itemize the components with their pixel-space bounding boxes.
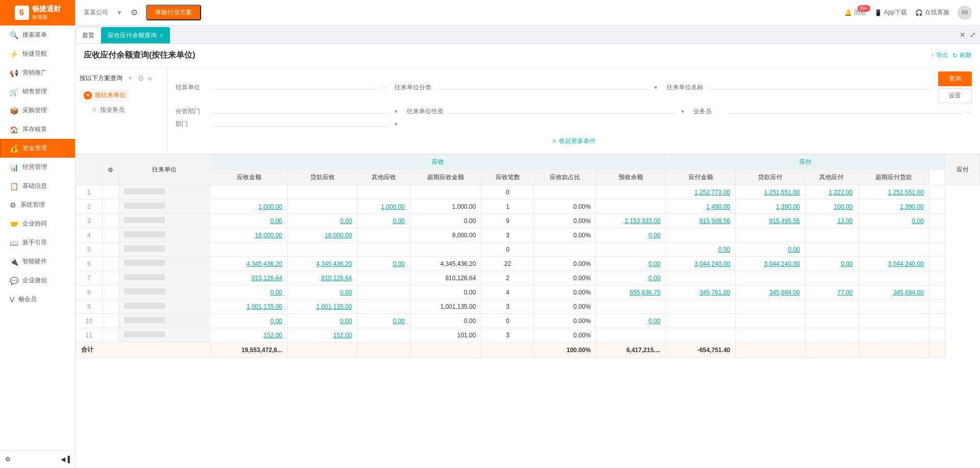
filter-collapse-button[interactable]: ∧ 收起更多条件 (176, 133, 972, 150)
company-name (118, 185, 210, 200)
row-num: 1 (76, 185, 103, 200)
sidebar-item-智能硬件[interactable]: 🔌智能硬件 (0, 252, 75, 271)
sidebar-item-采购管理[interactable]: 📦采购管理 (0, 101, 75, 120)
row-num: 7 (76, 271, 103, 285)
company-name (118, 257, 210, 271)
online-service-button[interactable]: 🎧 在线客服 (915, 8, 949, 17)
company-name (118, 271, 210, 285)
row-num: 3 (76, 214, 103, 228)
row-settings (102, 185, 118, 200)
maximize-icon[interactable]: ⤢ (970, 31, 976, 39)
sidebar-icon: 🤝 (10, 220, 18, 228)
tab-home[interactable]: 首页 (76, 27, 101, 43)
sidebar-icon: 📋 (10, 182, 18, 190)
filter-option-icon[interactable]: ⊙ (138, 74, 144, 82)
sidebar-item-资金管理[interactable]: 💰资金管理 (0, 139, 75, 158)
sidebar-label: 资金管理 (22, 144, 47, 153)
sidebar-item-系统管理[interactable]: ⚙系统管理 (0, 195, 75, 214)
sidebar-item-新手引导[interactable]: 📖新手引导 (0, 233, 75, 252)
table-row: 5 0 0.00 0.00 (76, 242, 980, 257)
total-overdue-receivable (410, 342, 481, 358)
sidebar-label: 营销推广 (22, 68, 47, 77)
data-table: ⚙ 往来单位 应收 应付 应付 应收金额 贷款应收 其他应收 超期应收金额 应收… (76, 154, 980, 358)
table-row: 4 18,000.00 18,000.00 9,000.00 3 0.00% 0… (76, 228, 980, 242)
app-download-button[interactable]: 📱 App下载 (874, 8, 907, 17)
collapse-filter-icon[interactable]: « (148, 74, 152, 82)
sidebar-item-营销推广[interactable]: 📢营销推广 (0, 63, 75, 82)
partner-category-input[interactable] (435, 85, 649, 90)
tab-receivables[interactable]: 应收应付余额查询 × (101, 27, 170, 43)
filter-by-company[interactable]: ❃ 按往来单位 (80, 89, 130, 102)
division-input[interactable] (210, 122, 389, 127)
filter-partner-nature: 往来单位性质 ▼ (407, 107, 685, 116)
row-settings (102, 328, 118, 342)
page-actions: ↑ 导出 ↻ 刷新 (931, 51, 972, 60)
sidebar-item-库存核算[interactable]: 🏠库存核算 (0, 120, 75, 139)
sidebar-item-企业微信[interactable]: 💬企业微信 (0, 271, 75, 290)
user-avatar[interactable]: Rit (958, 6, 972, 20)
total-receivable-count (481, 342, 534, 358)
sidebar-label: 采购管理 (22, 106, 47, 115)
th-receivable-ratio: 应收款占比 (534, 170, 596, 185)
company-selector[interactable]: 某某公司 (84, 8, 108, 17)
refresh-button[interactable]: ↻ 刷新 (952, 51, 972, 60)
sidebar-item-搜索菜单[interactable]: 🔍搜索菜单 (0, 26, 75, 44)
partner-nature-arrow[interactable]: ▼ (680, 109, 685, 114)
sidebar-item-销售管理[interactable]: 🛒销售管理 (0, 82, 75, 101)
top-header: 某某公司 ▼ ⚙ 体验行业方案 🔔 消息 99+ 📱 App下载 🎧 在线客服 … (76, 0, 980, 26)
header-settings-icon[interactable]: ⚙ (131, 8, 138, 17)
settlement-unit-input[interactable] (210, 85, 377, 90)
filter-by-salesperson[interactable]: ⏱ 按业务员 (88, 104, 163, 116)
sidebar-label: 新手引导 (22, 238, 47, 247)
row-num: 6 (76, 257, 103, 271)
page-header: 应收应付余额查询(按往来单位) ↑ 导出 ↻ 刷新 (76, 44, 980, 67)
sidebar-item-企业协同[interactable]: 🤝企业协同 (0, 214, 75, 233)
collapse-icon[interactable]: ◀▐ (61, 456, 70, 463)
th-company: 往来单位 (118, 155, 210, 185)
sidebar-label: 畅会员 (18, 295, 37, 304)
settings-button[interactable]: 设置 (938, 88, 972, 103)
filter-company-label: 按往来单位 (95, 91, 126, 100)
company-dropdown-icon[interactable]: ▼ (116, 9, 122, 16)
sidebar-item-快捷导航[interactable]: ⚡快捷导航 (0, 44, 75, 63)
filter-form: 结算单位 ··· 往来单位分类 ▼ 往来单位名称 查询 设置 (167, 67, 980, 154)
division-label: 部门 (176, 120, 206, 129)
settlement-unit-dots[interactable]: ··· (381, 84, 386, 91)
salesperson-input[interactable] (728, 109, 963, 114)
settings-icon[interactable]: ⚙ (5, 456, 11, 463)
sidebar-label: 基础信息 (22, 182, 47, 190)
table-row: 10 0.00 0.00 0.00 0.00 0 0.00% 0.00 (76, 314, 980, 328)
th-no (76, 155, 103, 185)
partner-category-arrow[interactable]: ▼ (653, 85, 658, 90)
partner-nature-input[interactable] (448, 109, 676, 114)
table-group-header: ⚙ 往来单位 应收 应付 应付 (76, 155, 980, 170)
close-window-icon[interactable]: ✕ (960, 31, 966, 39)
th-other-receivable: 其他应收 (357, 170, 410, 185)
filter-header: 按以下方案查询 ＋ ⊙ « (80, 73, 163, 83)
salesperson-dots[interactable]: ··· (967, 108, 972, 115)
filter-row-3: 部门 ▼ (176, 120, 972, 129)
th-loan-receivable: 贷款应收 (288, 170, 358, 185)
row-settings (102, 300, 118, 314)
promo-button[interactable]: 体验行业方案 (146, 5, 201, 20)
table-row: 8 0.00 0.00 0.00 4 0.00% 655,636.75 345,… (76, 285, 980, 300)
online-service-label: 在线客服 (925, 8, 949, 17)
export-button[interactable]: ↑ 导出 (931, 51, 948, 60)
sidebar-item-基础信息[interactable]: 📋基础信息 (0, 177, 75, 195)
tab-close-icon[interactable]: × (160, 32, 163, 39)
messages-button[interactable]: 🔔 消息 99+ (844, 8, 866, 17)
company-name (118, 228, 210, 242)
filter-salesperson: 业务员 ··· (693, 107, 972, 116)
dept-arrow[interactable]: ▼ (394, 109, 399, 114)
dept-input[interactable] (210, 109, 389, 114)
query-button[interactable]: 查询 (938, 71, 972, 86)
row-settings (102, 200, 118, 214)
division-arrow[interactable]: ▼ (394, 121, 399, 127)
th-extra: 应付 (945, 155, 980, 185)
sidebar-item-畅会员[interactable]: V畅会员 (0, 290, 75, 309)
filter-area: 按以下方案查询 ＋ ⊙ « ❃ 按往来单位 ⏱ 按业务员 结算单位 ··· (76, 67, 980, 154)
th-settings[interactable]: ⚙ (102, 155, 118, 185)
sidebar-item-经营管理[interactable]: 📊经营管理 (0, 158, 75, 177)
add-filter-icon[interactable]: ＋ (127, 73, 134, 83)
partner-name-input[interactable] (707, 85, 930, 90)
